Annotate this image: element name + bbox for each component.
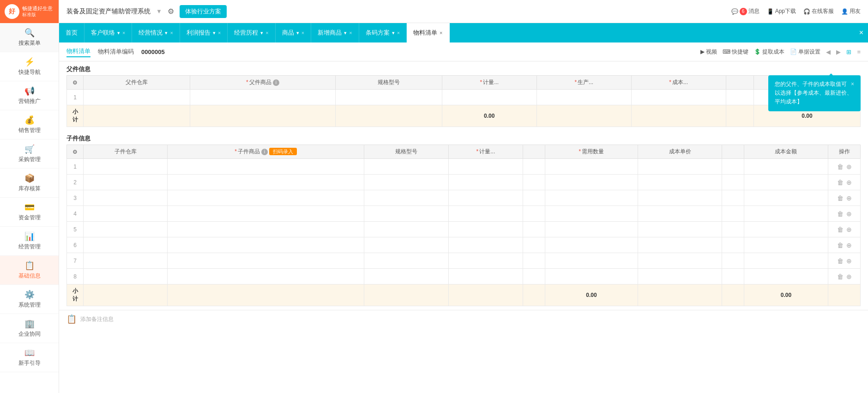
- sidebar-item-system[interactable]: ⚙️ 系统管理: [0, 285, 59, 314]
- sidebar-item-basic[interactable]: 📋 基础信息: [0, 256, 59, 285]
- message-button[interactable]: 💬 6 消息: [731, 7, 760, 15]
- sidebar-item-purchase[interactable]: 🛒 采购管理: [0, 139, 59, 169]
- cell-spec[interactable]: [364, 222, 448, 237]
- list-view-icon[interactable]: ≡: [857, 48, 861, 55]
- close-all-button[interactable]: ×: [855, 29, 868, 37]
- cell-qty[interactable]: [545, 269, 638, 284]
- cell-warehouse[interactable]: [84, 206, 168, 222]
- delete-icon[interactable]: 🗑: [837, 257, 844, 265]
- close-icon[interactable]: ×: [301, 30, 304, 36]
- cost-action[interactable]: 💲 提取成本: [754, 48, 784, 56]
- close-icon[interactable]: ×: [170, 30, 173, 36]
- cell-goods[interactable]: [168, 206, 364, 222]
- cell-spec[interactable]: [364, 206, 448, 222]
- footer-text[interactable]: 添加备注信息: [80, 315, 114, 323]
- cell-qty[interactable]: [545, 206, 638, 222]
- tab-new-goods[interactable]: 新增商品 ▾ ×: [311, 23, 359, 42]
- tab-profit[interactable]: 利润报告 ▾ ×: [180, 23, 228, 42]
- delete-icon[interactable]: 🗑: [837, 210, 844, 218]
- cell-goods[interactable]: [168, 253, 364, 269]
- scan-button[interactable]: 扫码录入: [269, 148, 297, 155]
- tab-operations[interactable]: 经营情况 ▾ ×: [132, 23, 180, 42]
- parent-col-settings[interactable]: ⚙: [67, 76, 84, 90]
- user-button[interactable]: 👤 用友: [841, 7, 861, 15]
- cell-unit[interactable]: [448, 190, 523, 206]
- tab-barcode[interactable]: 条码方案 ▾ ×: [359, 23, 407, 42]
- tab-home[interactable]: 首页: [59, 23, 84, 42]
- close-icon[interactable]: ×: [440, 30, 442, 36]
- cell-unit-cost[interactable]: [638, 175, 722, 190]
- cell-spec[interactable]: [364, 269, 448, 284]
- copy-icon[interactable]: ⊕: [846, 257, 852, 265]
- sidebar-item-quicknav[interactable]: ⚡ 快捷导航: [0, 52, 59, 81]
- cell-unit[interactable]: [448, 269, 523, 284]
- copy-icon[interactable]: ⊕: [846, 194, 852, 202]
- copy-icon[interactable]: ⊕: [846, 163, 852, 170]
- tab-goods[interactable]: 商品 ▾ ×: [276, 23, 311, 42]
- cell-warehouse[interactable]: [84, 90, 190, 105]
- close-icon[interactable]: ×: [349, 30, 352, 36]
- cell-unit[interactable]: [448, 159, 523, 175]
- sidebar-item-finance[interactable]: 💳 资金管理: [0, 198, 59, 227]
- sidebar-item-inventory[interactable]: 📦 库存核算: [0, 169, 59, 198]
- cell-spec[interactable]: [335, 90, 442, 105]
- cell-produce[interactable]: [536, 90, 631, 105]
- delete-icon[interactable]: 🗑: [837, 226, 844, 233]
- cell-qty[interactable]: [545, 159, 638, 175]
- cell-goods[interactable]: [168, 222, 364, 237]
- delete-icon[interactable]: 🗑: [837, 242, 844, 249]
- shortcut-action[interactable]: ⌨ 快捷键: [723, 48, 748, 56]
- copy-icon[interactable]: ⊕: [846, 226, 852, 233]
- cell-warehouse[interactable]: [84, 237, 168, 253]
- cell-unit[interactable]: [442, 90, 536, 105]
- cell-warehouse[interactable]: [84, 175, 168, 190]
- nav-prev-icon[interactable]: ◀: [826, 48, 831, 55]
- cell-qty[interactable]: [545, 190, 638, 206]
- sidebar-item-operation[interactable]: 📊 经营管理: [0, 227, 59, 256]
- tab-customers[interactable]: 客户联络 ▾ ×: [84, 23, 132, 42]
- cell-goods[interactable]: [168, 159, 364, 175]
- child-col-settings[interactable]: ⚙: [67, 145, 84, 159]
- cell-spec[interactable]: [364, 237, 448, 253]
- cell-goods[interactable]: [190, 90, 335, 105]
- delete-icon[interactable]: 🗑: [837, 194, 844, 202]
- cell-qty[interactable]: [545, 222, 638, 237]
- grid-view-icon[interactable]: ⊞: [846, 48, 851, 55]
- subnav-bom-code-label[interactable]: 物料清单编码: [98, 47, 134, 57]
- cell-unit-cost[interactable]: [638, 253, 722, 269]
- experience-button[interactable]: 体验行业方案: [180, 5, 227, 18]
- cell-warehouse[interactable]: [84, 190, 168, 206]
- sidebar-item-guide[interactable]: 📖 新手引导: [0, 343, 59, 372]
- close-icon[interactable]: ×: [397, 30, 400, 36]
- tab-history[interactable]: 经营历程 ▾ ×: [228, 23, 275, 42]
- cell-goods[interactable]: [168, 237, 364, 253]
- cell-warehouse[interactable]: [84, 159, 168, 175]
- view-action[interactable]: ▶ 视频: [700, 48, 717, 56]
- close-icon[interactable]: ×: [218, 30, 221, 36]
- info-icon[interactable]: i: [261, 149, 268, 155]
- cell-warehouse[interactable]: [84, 222, 168, 237]
- dropdown-icon[interactable]: ▼: [156, 8, 162, 15]
- cell-warehouse[interactable]: [84, 269, 168, 284]
- copy-icon[interactable]: ⊕: [846, 210, 852, 218]
- cell-goods[interactable]: [168, 190, 364, 206]
- cell-goods[interactable]: [168, 269, 364, 284]
- single-settings-action[interactable]: 📄 单据设置: [790, 48, 820, 56]
- sidebar-item-marketing[interactable]: 📢 营销推广: [0, 81, 59, 110]
- cell-unit-cost[interactable]: [638, 206, 722, 222]
- online-service-button[interactable]: 🎧 在线客服: [803, 7, 834, 15]
- delete-icon[interactable]: 🗑: [837, 163, 844, 170]
- info-icon[interactable]: i: [273, 79, 279, 86]
- cell-spec[interactable]: [364, 253, 448, 269]
- cell-unit[interactable]: [448, 206, 523, 222]
- sidebar-item-enterprise[interactable]: 🏢 企业协同: [0, 314, 59, 343]
- cell-unit-cost[interactable]: [638, 269, 722, 284]
- cell-spec[interactable]: [364, 175, 448, 190]
- cell-warehouse[interactable]: [84, 253, 168, 269]
- cell-goods[interactable]: [168, 175, 364, 190]
- cell-unit[interactable]: [448, 237, 523, 253]
- sidebar-item-search[interactable]: 🔍 搜索菜单: [0, 23, 59, 52]
- cell-qty[interactable]: [545, 175, 638, 190]
- cell-unit-cost[interactable]: [638, 237, 722, 253]
- cell-qty[interactable]: [545, 237, 638, 253]
